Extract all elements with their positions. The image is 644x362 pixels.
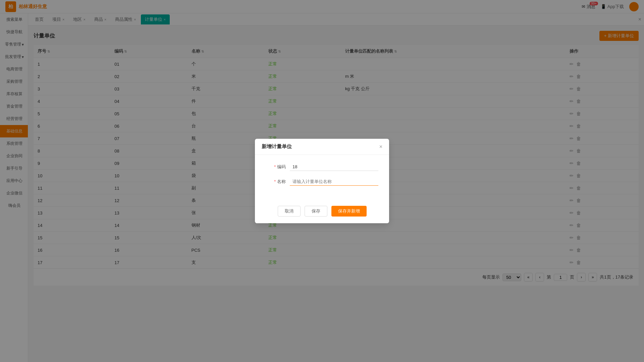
code-input[interactable] bbox=[290, 163, 378, 171]
modal-title: 新增计量单位 bbox=[262, 143, 292, 150]
save-new-button[interactable]: 保存并新增 bbox=[331, 206, 367, 217]
modal-overlay: 新增计量单位 × 编码 名称 取消 保存 保存并新增 bbox=[0, 0, 644, 362]
code-label: 编码 bbox=[266, 164, 286, 170]
modal-close-button[interactable]: × bbox=[379, 144, 382, 150]
add-unit-modal: 新增计量单位 × 编码 名称 取消 保存 保存并新增 bbox=[255, 139, 389, 223]
cancel-button[interactable]: 取消 bbox=[278, 206, 301, 217]
name-input[interactable] bbox=[290, 178, 378, 186]
save-button[interactable]: 保存 bbox=[305, 206, 327, 217]
name-label: 名称 bbox=[266, 179, 286, 185]
